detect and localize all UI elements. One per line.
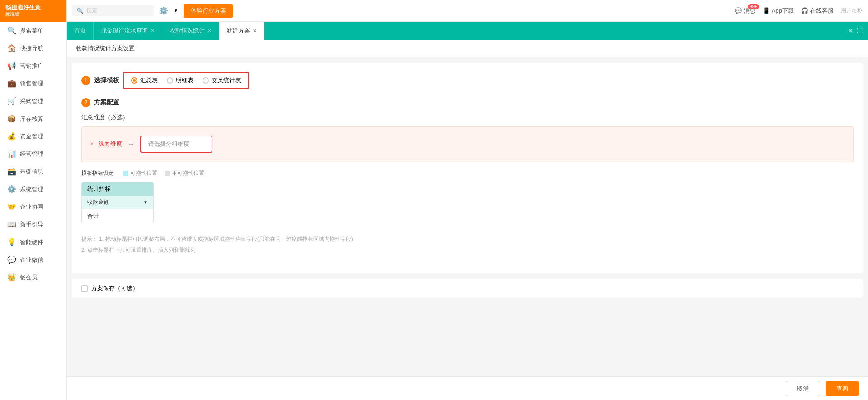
tab-home[interactable]: 首页 — [67, 22, 94, 40]
chevron-down-icon: ▼ — [143, 200, 148, 205]
sidebar-item-home[interactable]: 🏠 快捷导航 — [0, 39, 66, 57]
dimension-selector[interactable]: 请选择分组维度 — [140, 136, 212, 153]
hardware-icon: 💡 — [7, 238, 16, 246]
sidebar-item-system[interactable]: ⚙️ 系统管理 — [0, 180, 66, 198]
tips-section: 提示： 1. 拖动标题栏可以调整布局，不可跨维度或指标区域拖动栏目字段(只能在同… — [81, 234, 854, 255]
close-icon[interactable]: ✕ — [151, 28, 155, 34]
app-name: 畅捷通好生意 — [5, 4, 41, 11]
drag-dot — [123, 171, 128, 176]
marketing-icon: 📢 — [7, 61, 16, 70]
service-btn[interactable]: 🎧 在线客服 — [801, 7, 834, 15]
sales-icon: 💼 — [7, 79, 16, 88]
sidebar-item-weixin[interactable]: 💬 企业微信 — [0, 251, 66, 268]
tabbar-actions: ✕ ⛶ — [843, 22, 868, 40]
tab-new-plan-label: 新建方案 — [226, 27, 250, 35]
save-option: 方案保存（可选） — [72, 279, 863, 298]
sidebar-item-management[interactable]: 📊 经营管理 — [0, 145, 66, 163]
legend-drag: 可拖动位置 — [123, 169, 157, 177]
guide-icon: 📖 — [7, 220, 16, 229]
step1-num: 1 — [81, 76, 90, 85]
template-detail[interactable]: 明细表 — [167, 76, 193, 85]
radio-detail[interactable] — [167, 77, 173, 84]
close-icon[interactable]: ✕ — [253, 28, 257, 34]
sidebar-item-cooperation[interactable]: 🤝 企业协同 — [0, 198, 66, 216]
member-icon: 👑 — [7, 273, 16, 282]
sidebar-item-guide[interactable]: 📖 新手引导 — [0, 216, 66, 233]
template-options: 汇总表 明细表 交叉统计表 — [123, 72, 249, 89]
management-icon: 📊 — [7, 150, 16, 158]
chevron-down-icon[interactable]: ▼ — [174, 8, 178, 13]
cancel-button[interactable]: 取消 — [786, 381, 820, 396]
cooperation-icon: 🤝 — [7, 202, 16, 211]
radio-summary[interactable] — [131, 77, 137, 84]
tab-home-label: 首页 — [74, 27, 86, 35]
sidebar-item-label: 经营管理 — [20, 150, 43, 158]
legend-drag-label: 可拖动位置 — [130, 169, 157, 177]
sidebar-item-label: 智能硬件 — [20, 238, 43, 246]
search-icon: 🔍 — [77, 8, 84, 14]
sidebar-item-hardware[interactable]: 💡 智能硬件 — [0, 233, 66, 251]
sidebar-item-inventory[interactable]: 📦 库存核算 — [0, 110, 66, 127]
download-icon: 📱 — [763, 7, 770, 14]
radio-cross[interactable] — [203, 77, 209, 84]
content-area: 收款情况统计方案设置 1 选择模板 汇总表 明细表 — [67, 40, 868, 376]
step1-title: 选择模板 — [94, 76, 119, 85]
required-mark: * — [91, 141, 93, 148]
sidebar-item-finance[interactable]: 💰 资金管理 — [0, 127, 66, 145]
step2-num: 2 — [81, 98, 90, 107]
tab-collection-stats[interactable]: 收款情况统计 ✕ — [162, 22, 219, 40]
service-icon: 🎧 — [801, 7, 808, 14]
template-summary[interactable]: 汇总表 — [131, 76, 158, 85]
query-button[interactable]: 查询 — [826, 381, 859, 396]
trial-button[interactable]: 体验行业方案 — [184, 4, 233, 18]
tab-bank-flow[interactable]: 现金银行流水查询 ✕ — [94, 22, 162, 40]
close-all-icon[interactable]: ✕ — [848, 28, 853, 34]
sidebar-item-marketing[interactable]: 📢 营销推广 — [0, 57, 66, 75]
metric-label-1: 合计 — [87, 212, 99, 219]
sidebar-item-search[interactable]: 🔍 搜索菜单 — [0, 22, 66, 39]
form-container: 1 选择模板 汇总表 明细表 交叉统计表 — [72, 63, 863, 273]
service-label: 在线客服 — [810, 7, 834, 15]
app-edition: 标准版 — [5, 11, 41, 18]
indicator-title: 模板指标设定 — [81, 169, 114, 177]
footer-bar: 取消 查询 — [67, 376, 868, 400]
weixin-icon: 💬 — [7, 255, 16, 264]
expand-icon[interactable]: ⛶ — [857, 28, 863, 34]
sidebar-item-basic-info[interactable]: 🗃️ 基础信息 — [0, 163, 66, 180]
legend-fixed: 不可拖动位置 — [165, 169, 204, 177]
badge-count: 99+ — [748, 4, 759, 9]
settings-icon[interactable]: ⚙️ — [159, 6, 168, 15]
arrow-icon: → — [127, 140, 135, 148]
sidebar-item-label: 企业协同 — [20, 203, 43, 211]
main-area: 🔍 搜索... ⚙️ ▼ 体验行业方案 💬 消息 99+ 📱 App下载 🎧 在… — [67, 0, 868, 400]
template-cross[interactable]: 交叉统计表 — [203, 76, 241, 85]
dimension-area: * 纵向维度 → 请选择分组维度 — [81, 126, 854, 162]
topbar: 🔍 搜索... ⚙️ ▼ 体验行业方案 💬 消息 99+ 📱 App下载 🎧 在… — [67, 0, 868, 22]
tabbar: 首页 现金银行流水查询 ✕ 收款情况统计 ✕ 新建方案 ✕ ✕ ⛶ — [67, 22, 868, 40]
close-icon[interactable]: ✕ — [208, 28, 212, 34]
column-header-label: 统计指标 — [87, 185, 111, 193]
tab-new-plan[interactable]: 新建方案 ✕ — [219, 22, 264, 40]
template-summary-label: 汇总表 — [140, 76, 158, 85]
step2-title: 方案配置 — [94, 99, 119, 107]
search-bar[interactable]: 🔍 搜索... — [72, 5, 154, 16]
search-icon: 🔍 — [7, 26, 16, 35]
sidebar-item-label: 基础信息 — [20, 168, 43, 176]
save-label: 方案保存（可选） — [91, 284, 138, 292]
message-badge[interactable]: 💬 消息 99+ — [735, 7, 755, 15]
download-btn[interactable]: 📱 App下载 — [763, 7, 794, 15]
indicator-metric-0[interactable]: 收款金额 ▼ — [82, 196, 153, 209]
sidebar-item-member[interactable]: 👑 畅会员 — [0, 268, 66, 286]
tip-1: 提示： 1. 拖动标题栏可以调整布局，不可跨维度或指标区域拖动栏目字段(只能在同… — [81, 234, 854, 245]
save-checkbox[interactable] — [81, 285, 88, 292]
topbar-right: 💬 消息 99+ 📱 App下载 🎧 在线客服 用户名称 — [735, 7, 863, 15]
sidebar-item-label: 新手引导 — [20, 221, 43, 229]
indicator-column-header: 统计指标 — [82, 182, 153, 196]
sidebar-item-label: 系统管理 — [20, 185, 43, 193]
sidebar-item-sales[interactable]: 💼 销售管理 — [0, 75, 66, 92]
sidebar: 畅捷通好生意 标准版 🔍 搜索菜单 🏠 快捷导航 📢 营销推广 💼 销售管理 🛒… — [0, 0, 67, 400]
metric-label-0: 收款金额 — [87, 198, 109, 206]
sidebar-item-purchase[interactable]: 🛒 采购管理 — [0, 92, 66, 110]
template-detail-label: 明细表 — [176, 76, 193, 85]
sidebar-item-label: 库存核算 — [20, 115, 43, 123]
